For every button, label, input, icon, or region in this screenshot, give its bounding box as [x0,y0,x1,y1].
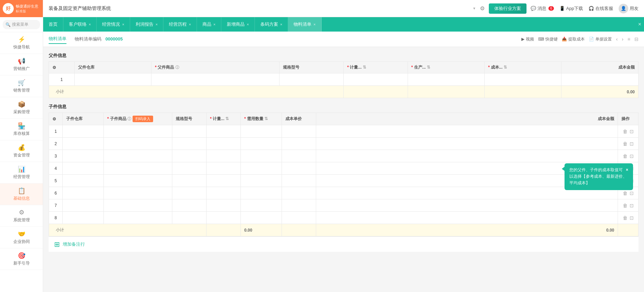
child-spec-5[interactable] [172,175,207,187]
child-cost-amount-8[interactable] [316,212,618,224]
voucher-settings-btn[interactable]: 📄 单据设置 [589,36,612,42]
tab-close-all[interactable]: × [638,21,644,27]
child-unit-8[interactable] [207,212,241,224]
child-qty-2[interactable] [241,138,282,150]
tab-barcode-close[interactable]: × [280,22,282,26]
delete-icon-2[interactable]: 🗑 [623,141,628,147]
sidebar-item-operations[interactable]: 📊 经营管理 [0,162,43,184]
child-product-3[interactable] [104,150,172,162]
sidebar-item-system[interactable]: ⚙ 系统管理 [0,205,43,227]
child-unit-cost-6[interactable] [282,187,316,199]
child-qty-sort[interactable]: ⇅ [264,116,268,121]
child-spec-2[interactable] [172,138,207,150]
close-all-icon[interactable]: × [638,21,641,27]
sub-tab-bom-code[interactable]: 物料清单编码 0000005 [75,35,123,44]
online-service-action[interactable]: 🎧 在线客服 [589,5,613,12]
tab-operations-status[interactable]: 经营情况 × [97,17,130,32]
sidebar-item-quick-nav[interactable]: ⚡ 快捷导航 [0,32,43,54]
child-qty-8[interactable] [241,212,282,224]
tab-profit-report[interactable]: 利润报告 × [130,17,163,32]
experience-btn[interactable]: 体验行业方案 [489,3,527,14]
add-row-icon[interactable]: ⊞ [54,240,60,248]
child-spec-3[interactable] [172,150,207,162]
view-video-btn[interactable]: ▶ 视频 [521,36,534,42]
parent-cost-cell-1[interactable] [485,73,561,86]
copy-icon-2[interactable]: ⊡ [630,141,634,147]
child-unit-6[interactable] [207,187,241,199]
child-unit-cost-5[interactable] [282,175,316,187]
sidebar-item-finance[interactable]: 💰 资金管理 [0,140,43,162]
scan-input-btn[interactable]: 扫码录入 [133,116,153,122]
tab-profit-close[interactable]: × [156,22,158,26]
copy-icon-1[interactable]: ⊡ [630,129,634,134]
tab-product[interactable]: 商品 × [197,17,221,32]
child-product-5[interactable] [104,175,172,187]
sidebar-item-inventory[interactable]: 🏪 库存核算 [0,119,43,140]
parent-unit-cell-1[interactable] [344,73,408,86]
child-spec-8[interactable] [172,212,207,224]
delete-icon-3[interactable]: 🗑 [623,153,628,159]
child-cost-amount-3[interactable] [316,150,618,162]
parent-production-cell-1[interactable] [408,73,484,86]
child-unit-sort[interactable]: ⇅ [225,116,229,121]
child-qty-4[interactable] [241,162,282,175]
parent-warehouse-cell-1[interactable] [74,73,151,86]
child-warehouse-3[interactable] [63,150,104,162]
child-warehouse-7[interactable] [63,199,104,212]
child-warehouse-4[interactable] [63,162,104,175]
child-qty-1[interactable] [241,125,282,138]
child-product-1[interactable] [104,125,172,138]
settings-icon[interactable]: ⚙ [480,5,485,12]
child-spec-1[interactable] [172,125,207,138]
child-warehouse-8[interactable] [63,212,104,224]
sidebar-item-purchase[interactable]: 📦 采购管理 [0,97,43,119]
tab-customer[interactable]: 客户联络 × [63,17,97,32]
child-product-6[interactable] [104,187,172,199]
shortcut-btn[interactable]: ⌨ 快捷键 [538,36,558,42]
sidebar-item-enterprise[interactable]: 🤝 企业协同 [0,227,43,248]
child-unit-7[interactable] [207,199,241,212]
production-sort-icon[interactable]: ⇅ [427,65,430,70]
grid-view-icon[interactable]: ≡ [628,36,630,42]
tab-ops-close[interactable]: × [122,22,124,26]
parent-col-settings[interactable]: ⚙ [49,62,75,73]
add-remark-btn[interactable]: 增加备注行 [63,241,85,247]
tooltip-close-btn[interactable]: × [626,167,628,173]
copy-icon-6[interactable]: ⊡ [630,190,634,196]
parent-product-cell-1[interactable] [151,73,280,86]
child-unit-cost-2[interactable] [282,138,316,150]
tab-operation-history[interactable]: 经营历程 × [163,17,197,32]
child-warehouse-2[interactable] [63,138,104,150]
copy-icon-8[interactable]: ⊡ [630,215,634,221]
child-cost-amount-7[interactable] [316,199,618,212]
tab-bom-close[interactable]: × [313,22,315,26]
child-qty-6[interactable] [241,187,282,199]
copy-icon-7[interactable]: ⊡ [630,203,634,208]
child-warehouse-6[interactable] [63,187,104,199]
tab-product-close[interactable]: × [213,22,215,26]
system-dropdown-arrow[interactable]: ▼ [472,7,476,10]
child-cost-amount-2[interactable] [316,138,618,150]
child-product-info-icon[interactable]: ⓘ [127,117,131,121]
child-qty-5[interactable] [241,175,282,187]
tab-newproduct-close[interactable]: × [247,22,249,26]
delete-icon-8[interactable]: 🗑 [623,215,628,221]
child-product-2[interactable] [104,138,172,150]
copy-icon-3[interactable]: ⊡ [630,153,634,159]
child-unit-cost-8[interactable] [282,212,316,224]
sidebar-item-sales[interactable]: 🛒 销售管理 [0,75,43,97]
tab-new-product[interactable]: 新增商品 × [221,17,255,32]
user-action[interactable]: 👤 用友 [619,4,639,13]
child-col-settings[interactable]: ⚙ [49,113,63,125]
search-menu-button[interactable]: 🔍 搜索菜单 [3,20,40,29]
child-unit-cost-1[interactable] [282,125,316,138]
message-action[interactable]: 💬 消息 6 [531,5,554,12]
child-spec-6[interactable] [172,187,207,199]
child-product-8[interactable] [104,212,172,224]
nav-next-arrow[interactable]: › [622,36,623,42]
app-download-action[interactable]: 📱 App下载 [559,5,583,12]
child-spec-4[interactable] [172,162,207,175]
delete-icon-7[interactable]: 🗑 [623,203,628,208]
delete-icon-6[interactable]: 🗑 [623,190,628,196]
cost-sort-icon[interactable]: ⇅ [504,65,507,70]
